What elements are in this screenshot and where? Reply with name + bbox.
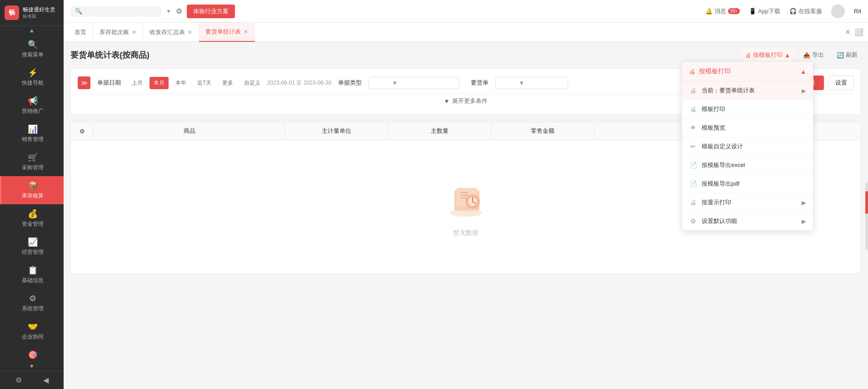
expand-more-icon: ▼	[444, 98, 450, 105]
type-select-arrow: ▼	[392, 80, 398, 86]
sidebar-collapse-btn[interactable]: ◀	[43, 376, 49, 384]
print-icon: 🖨	[745, 52, 751, 59]
sidebar-item-search[interactable]: 🔍 搜索菜单	[0, 35, 64, 63]
sidebar-item-purchase[interactable]: 🛒 采购管理	[0, 148, 64, 176]
search-icon: 🔍	[28, 40, 38, 50]
filter-expand-btn[interactable]: ≫	[78, 76, 90, 89]
current-template-item[interactable]: 🖨 当前：要货单统计表 ▶	[682, 81, 813, 100]
print-label: 按模板打印	[753, 51, 783, 59]
basic-icon: 📋	[28, 265, 38, 275]
design-template-item[interactable]: ✏ 模板自定义设计	[682, 137, 813, 156]
topbar: 🔍 ▼ ⚙ 体验行业方案 🔔 消息 99+ 📱 App下载 🎧 在线客服 Rit	[64, 0, 868, 23]
notification-btn[interactable]: 🔔 消息 99+	[705, 7, 740, 15]
scrollbar-thumb	[865, 191, 868, 214]
toolbar-right: 🖨 按模板打印 ▲ 📤 导出 🔄 刷新	[742, 49, 861, 61]
tab-inventory-batch-close[interactable]: ✕	[132, 29, 136, 35]
trial-button[interactable]: 体验行业方案	[187, 5, 235, 18]
refresh-btn[interactable]: 🔄 刷新	[833, 49, 861, 61]
sidebar-item-newbie[interactable]: 🎯 新手引导	[0, 345, 64, 362]
sidebar-item-system[interactable]: ⚙ 系统管理	[0, 289, 64, 317]
tab-home[interactable]: 首页	[68, 23, 93, 42]
design-template-icon: ✏	[689, 143, 697, 150]
filter-settings-btn[interactable]: 设置	[828, 76, 854, 90]
export-icon: 📤	[803, 52, 810, 59]
tab-order-stats-label: 要货单统计表	[205, 28, 241, 36]
tab-stock-summary-close[interactable]: ✕	[188, 29, 192, 35]
display-print-label: 按显示打印	[702, 198, 731, 207]
refresh-icon: 🔄	[837, 52, 844, 59]
print-dropdown-header[interactable]: 🖨 按模板打印 ▲	[682, 62, 813, 81]
export-btn[interactable]: 📤 导出	[799, 49, 828, 61]
page-title-bar: 要货单统计表(按商品) 🖨 按模板打印 ▲ 📤 导出 🔄 刷新	[70, 49, 861, 61]
print-template-btn[interactable]: 🖨 按模板打印 ▲	[742, 49, 794, 61]
display-print-arrow: ▶	[802, 199, 806, 206]
sidebar-item-quick[interactable]: ⚡ 快捷导航	[0, 63, 64, 91]
default-function-item[interactable]: ⚙ 设置默认功能 ▶	[682, 212, 813, 230]
sidebar-item-marketing[interactable]: 📢 营销推广	[0, 91, 64, 120]
sidebar-scroll-down[interactable]: ▼	[0, 362, 64, 371]
topbar-settings-btn[interactable]: ⚙	[176, 7, 182, 15]
sidebar-item-label: 销售管理	[22, 136, 44, 143]
sidebar-item-basic[interactable]: 📋 基础信息	[0, 261, 64, 289]
tab-window-maximize-btn[interactable]: ⬜	[854, 28, 863, 36]
date-btn-last-7[interactable]: 近7天	[193, 77, 215, 89]
topbar-search-box[interactable]: 🔍	[70, 6, 161, 16]
bell-icon: 🔔	[705, 8, 713, 15]
tab-order-stats[interactable]: 要货单统计表 ✕	[199, 23, 255, 42]
sidebar-settings-btn[interactable]: ⚙	[15, 376, 22, 384]
sidebar-item-enterprise[interactable]: 🤝 企业协同	[0, 317, 64, 345]
date-btn-this-year[interactable]: 本年	[171, 77, 190, 89]
table-col-unit: 主计量单位	[285, 122, 389, 140]
goods-filter-select[interactable]: ▼	[495, 77, 568, 89]
default-function-arrow: ▶	[802, 218, 806, 225]
goods-filter-label: 要货单	[471, 79, 489, 87]
online-service-btn[interactable]: 🎧 在线客服	[789, 7, 822, 15]
export-excel-item[interactable]: 📄 按模板导出excel	[682, 156, 813, 175]
tab-order-stats-close[interactable]: ✕	[244, 29, 248, 35]
search-input[interactable]	[85, 8, 144, 15]
date-btn-last-month[interactable]: 上月	[128, 77, 147, 89]
avatar[interactable]	[831, 5, 845, 18]
app-download-btn[interactable]: 📱 App下载	[749, 7, 780, 15]
sidebar-item-finance[interactable]: 💰 资金管理	[0, 204, 64, 232]
export-pdf-item[interactable]: 📄 按模板导出pdf	[682, 175, 813, 193]
date-btn-this-month[interactable]: 本月	[150, 77, 169, 89]
settings-icon: ⚙	[80, 128, 85, 135]
preview-template-icon: 👁	[689, 124, 697, 131]
type-filter-label: 单据类型	[338, 79, 362, 87]
inventory-icon: 📦	[28, 181, 38, 191]
type-filter-select[interactable]: ▼	[369, 77, 459, 89]
table-col-settings[interactable]: ⚙	[71, 123, 94, 139]
current-template-left: 🖨 当前：要货单统计表	[689, 86, 755, 95]
date-btn-more[interactable]: 更多	[218, 77, 237, 89]
sidebar-item-operation[interactable]: 📈 经营管理	[0, 232, 64, 261]
preview-template-label: 模板预览	[702, 124, 725, 132]
print-template-item[interactable]: 🖨 模板打印	[682, 100, 813, 119]
export-pdf-icon: 📄	[689, 180, 697, 187]
date-btn-custom[interactable]: 自定义	[240, 77, 264, 89]
sidebar-item-label: 采购管理	[22, 164, 44, 172]
app-name: 畅捷通好生意	[23, 6, 55, 14]
display-print-item[interactable]: 🖨 按显示打印 ▶	[682, 193, 813, 212]
tab-inventory-batch[interactable]: 库存批次账 ✕	[93, 23, 143, 42]
sidebar-item-label: 库存核算	[22, 192, 44, 200]
sidebar-item-sales[interactable]: 📊 销售管理	[0, 120, 64, 148]
current-template-icon: 🖨	[689, 87, 697, 94]
expand-more-label: 展开更多条件	[452, 97, 488, 105]
tab-window-close-btn[interactable]: ✕	[845, 28, 851, 36]
right-scrollbar[interactable]	[865, 182, 868, 250]
sidebar-item-inventory[interactable]: 📦 库存核算	[0, 176, 64, 204]
current-template-text: 当前：要货单统计表	[702, 86, 755, 95]
purchase-icon: 🛒	[28, 152, 38, 162]
tab-stock-summary[interactable]: 收发存汇总表 ✕	[143, 23, 199, 42]
operation-icon: 📈	[28, 237, 38, 247]
topbar-dropdown-btn[interactable]: ▼	[166, 8, 171, 15]
notification-label: 消息	[714, 7, 726, 15]
tabbar: 首页 库存批次账 ✕ 收发存汇总表 ✕ 要货单统计表 ✕ ✕ ⬜	[64, 23, 868, 42]
print-dropdown-close-arrow[interactable]: ▲	[800, 68, 806, 75]
sidebar-scroll-up[interactable]: ▲	[0, 26, 64, 35]
sidebar-item-label: 经营管理	[22, 248, 44, 256]
preview-template-item[interactable]: 👁 模板预览	[682, 119, 813, 137]
print-dropdown-menu: 🖨 按模板打印 ▲ 🖨 当前：要货单统计表 ▶ 🖨 模板打印 👁 模板预览 ✏ …	[682, 61, 813, 231]
current-template-arrow: ▶	[802, 87, 806, 94]
